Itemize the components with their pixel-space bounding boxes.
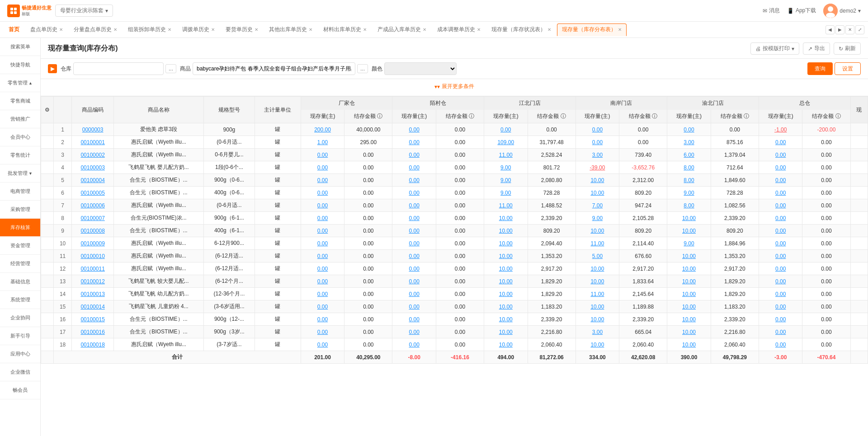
td-mucun-qty[interactable]: 0.00: [392, 161, 436, 174]
td-mucun-qty[interactable]: 0.00: [392, 313, 436, 326]
td-zongcang-qty[interactable]: 0.00: [759, 326, 802, 338]
td-changjia-qty[interactable]: 0.00: [301, 161, 344, 174]
td-jiangbei-qty[interactable]: 11.00: [484, 149, 528, 161]
td-zongcang-qty[interactable]: 0.00: [759, 187, 802, 199]
sidebar-item-basics[interactable]: 基础信息: [0, 273, 40, 291]
warehouse-input[interactable]: [73, 62, 164, 75]
td-jiangbei-qty[interactable]: 10.00: [484, 338, 528, 351]
td-changjia-qty[interactable]: 0.00: [301, 212, 344, 225]
td-mucun-qty[interactable]: 0.00: [392, 263, 436, 275]
td-code[interactable]: 00100005: [72, 187, 114, 199]
sidebar-item-purchase[interactable]: 采购管理: [0, 201, 40, 219]
close-icon[interactable]: ✕: [547, 27, 551, 32]
sidebar-item-ecommerce[interactable]: 电商管理: [0, 183, 40, 201]
close-icon[interactable]: ✕: [113, 27, 117, 32]
td-jiangbei-qty[interactable]: 10.00: [484, 300, 528, 313]
td-zongcang-qty[interactable]: 0.00: [759, 300, 802, 313]
expand-nav[interactable]: ⤢: [855, 25, 864, 34]
td-changjia-qty[interactable]: 0.00: [301, 187, 344, 199]
td-code[interactable]: 00100007: [72, 212, 114, 225]
tab-product-in[interactable]: 产成品入库单历史 ✕: [373, 23, 431, 36]
close-icon[interactable]: ✕: [423, 27, 426, 32]
td-jiangbei-qty[interactable]: 0.00: [484, 123, 528, 136]
td-changjia-qty[interactable]: 0.00: [301, 250, 344, 263]
close-icon[interactable]: ✕: [59, 27, 63, 32]
td-yubei-qty[interactable]: 8.00: [667, 174, 711, 187]
td-nanan-qty[interactable]: 10.00: [576, 300, 619, 313]
td-nanan-qty[interactable]: 3.00: [576, 326, 619, 338]
td-code[interactable]: 00100014: [72, 300, 114, 313]
td-yubei-qty[interactable]: 6.00: [667, 149, 711, 161]
td-code[interactable]: 00100008: [72, 225, 114, 237]
td-code[interactable]: 00100015: [72, 313, 114, 326]
td-nanan-qty[interactable]: 11.00: [576, 288, 619, 300]
tab-transfer[interactable]: 调拨单历史 ✕: [177, 23, 220, 36]
td-code[interactable]: 00100011: [72, 263, 114, 275]
td-nanan-qty[interactable]: 10.00: [576, 313, 619, 326]
td-zongcang-qty[interactable]: 0.00: [759, 288, 802, 300]
sidebar-item-finance[interactable]: 资金管理: [0, 237, 40, 255]
app-download-action[interactable]: 📱 App下载: [787, 7, 816, 14]
td-jiangbei-qty[interactable]: 10.00: [484, 237, 528, 250]
sidebar-item-wholesale[interactable]: 批发管理 ▼: [0, 164, 40, 183]
td-nanan-qty[interactable]: 10.00: [576, 225, 619, 237]
td-code[interactable]: 0000003: [72, 123, 114, 136]
td-mucun-qty[interactable]: 0.00: [392, 149, 436, 161]
td-zongcang-qty[interactable]: 0.00: [759, 174, 802, 187]
td-zongcang-qty[interactable]: 0.00: [759, 275, 802, 288]
td-mucun-qty[interactable]: 0.00: [392, 174, 436, 187]
nav-prev-arrow[interactable]: ◀: [826, 25, 835, 34]
td-mucun-qty[interactable]: 0.00: [392, 237, 436, 250]
td-yubei-qty[interactable]: 8.00: [667, 199, 711, 212]
sidebar-item-retail-stats[interactable]: 零售统计: [0, 146, 40, 164]
td-yubei-qty[interactable]: 0.00: [667, 123, 711, 136]
td-nanan-qty[interactable]: 9.00: [576, 212, 619, 225]
tab-inventory-count[interactable]: 盘点单历史 ✕: [25, 23, 68, 36]
td-jiangbei-qty[interactable]: 10.00: [484, 326, 528, 338]
td-changjia-qty[interactable]: 0.00: [301, 149, 344, 161]
tab-requisition[interactable]: 要货单历史 ✕: [221, 23, 263, 36]
td-code[interactable]: 00100009: [72, 237, 114, 250]
td-zongcang-qty[interactable]: 0.00: [759, 237, 802, 250]
td-code[interactable]: 00100002: [72, 149, 114, 161]
user-profile[interactable]: demo2 ▾: [823, 4, 861, 18]
td-mucun-qty[interactable]: 0.00: [392, 187, 436, 199]
gear-icon[interactable]: ⚙: [45, 107, 50, 113]
close-icon[interactable]: ✕: [477, 27, 481, 32]
td-yubei-qty[interactable]: 10.00: [667, 212, 711, 225]
td-mucun-qty[interactable]: 0.00: [392, 250, 436, 263]
td-mucun-qty[interactable]: 0.00: [392, 326, 436, 338]
td-mucun-qty[interactable]: 0.00: [392, 275, 436, 288]
td-nanan-qty[interactable]: 10.00: [576, 338, 619, 351]
td-zongcang-qty[interactable]: 0.00: [759, 199, 802, 212]
close-all-tabs[interactable]: ✕: [845, 25, 854, 34]
td-jiangbei-qty[interactable]: 11.00: [484, 199, 528, 212]
td-jiangbei-qty[interactable]: 109.00: [484, 136, 528, 149]
goods-input[interactable]: [193, 62, 355, 75]
td-nanan-qty[interactable]: 10.00: [576, 275, 619, 288]
td-code[interactable]: 00100013: [72, 288, 114, 300]
td-changjia-qty[interactable]: 0.00: [301, 338, 344, 351]
td-zongcang-qty[interactable]: 0.00: [759, 225, 802, 237]
td-changjia-qty[interactable]: 0.00: [301, 263, 344, 275]
tab-stock-status[interactable]: 现存量（库存状况表） ✕: [486, 23, 556, 36]
tab-assembly[interactable]: 组装拆卸单历史 ✕: [123, 23, 176, 36]
td-yubei-qty[interactable]: 10.00: [667, 225, 711, 237]
td-zongcang-qty[interactable]: 0.00: [759, 136, 802, 149]
td-code[interactable]: 00100010: [72, 250, 114, 263]
td-yubei-qty[interactable]: 10.00: [667, 300, 711, 313]
td-nanan-qty[interactable]: 10.00: [576, 187, 619, 199]
sidebar-item-system[interactable]: 系统管理: [0, 291, 40, 309]
td-nanan-qty[interactable]: 11.00: [576, 237, 619, 250]
expand-more-btn[interactable]: ▾▾ 展开更多条件: [431, 81, 478, 92]
sidebar-item-retail-mall[interactable]: 零售商城: [0, 92, 40, 110]
message-action[interactable]: ✉ 消息: [763, 7, 780, 14]
print-button[interactable]: 🖨 按模版打印 ▾: [750, 42, 799, 55]
td-code[interactable]: 00100018: [72, 338, 114, 351]
td-zongcang-qty[interactable]: 0.00: [759, 250, 802, 263]
td-yubei-qty[interactable]: 10.00: [667, 313, 711, 326]
td-zongcang-qty[interactable]: 0.00: [759, 313, 802, 326]
refresh-button[interactable]: ↻ 刷新: [834, 42, 861, 55]
td-nanan-qty[interactable]: -39.00: [576, 161, 619, 174]
td-mucun-qty[interactable]: 0.00: [392, 288, 436, 300]
